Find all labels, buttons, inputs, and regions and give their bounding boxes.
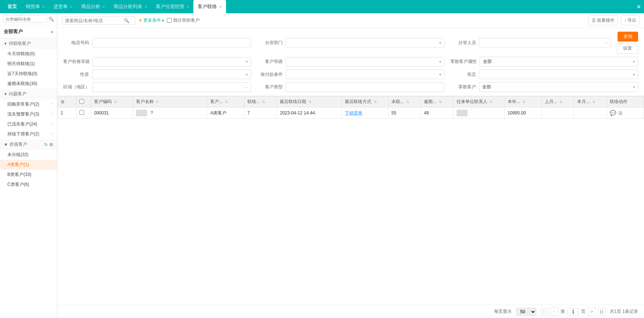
sidebar-item-tomorrow[interactable]: 明天待联络(1)	[0, 59, 57, 69]
help-icon-churn-warning: ?	[51, 112, 53, 116]
sort-name-icon[interactable]: ⇅	[156, 100, 159, 104]
filter-region-input[interactable]: ···	[93, 82, 251, 92]
pending-contact-title[interactable]: ▼ 待联络客户	[0, 38, 57, 49]
page-size-select[interactable]: 50 10 20 100	[516, 308, 536, 316]
filter-retail-attr: 零散客户属性 全部 ▾	[450, 57, 638, 67]
col-header-checkbox	[76, 96, 91, 107]
sort-code-icon[interactable]: ⇅	[114, 100, 117, 104]
last-way-link[interactable]: 下销货单	[345, 110, 362, 116]
sidebar-item-repurchase-abnormal[interactable]: 回购异常客户(2) ?	[0, 99, 57, 109]
sort-type-icon[interactable]: ⇅	[225, 100, 228, 104]
value-customer-title[interactable]: ▼ 价值客户 ↻ ⚙	[0, 139, 57, 150]
toolbar-search-icon[interactable]: 🔍	[124, 18, 129, 23]
sidebar-collapse-icon[interactable]: «	[50, 29, 53, 35]
toolbar-search-input[interactable]	[65, 18, 124, 23]
window-close-button[interactable]: ✕	[636, 3, 641, 10]
tab-goods-analysis-list[interactable]: 商品分析列表 ×	[109, 0, 151, 13]
page-label-suffix: 页	[581, 308, 586, 315]
table-settings-icon[interactable]: ⚙	[61, 99, 65, 105]
first-page-btn[interactable]: ⟨⟨	[541, 308, 548, 315]
sidebar-item-a-class[interactable]: A类客户(1)	[0, 160, 57, 170]
filter-payment-select[interactable]: ▾	[286, 70, 445, 79]
row-contact-icon[interactable]: 💬	[610, 110, 616, 116]
close-goods-list-tab[interactable]: ×	[144, 4, 147, 9]
sort-last-date-icon[interactable]: ⇅	[309, 100, 312, 104]
value-settings-icon[interactable]: ⚙	[49, 142, 53, 147]
my-customer-checkbox[interactable]	[167, 18, 172, 23]
sort-year-icon[interactable]: ⇅	[522, 100, 525, 104]
current-page-input[interactable]	[567, 308, 579, 315]
sidebar-item-churned[interactable]: 已流失客户(24) ?	[0, 119, 57, 129]
toolbar-search-box: 🔍	[62, 17, 135, 25]
sort-last-way-icon[interactable]: ⇅	[374, 100, 377, 104]
filter-phone-input[interactable]	[92, 38, 251, 47]
problem-customer-title[interactable]: ▼ 问题客户	[0, 89, 57, 99]
filter-region-label: 区域（地区）	[63, 84, 90, 90]
sidebar-item-ungrouped[interactable]: 未分组(32)	[0, 150, 57, 160]
filter-more-btn[interactable]: ▼ 更多条件 ▾	[138, 17, 164, 24]
sort-thismonth-icon[interactable]: ⇅	[592, 100, 595, 104]
filter-customer-grade-select[interactable]: ▾	[286, 57, 445, 67]
filter-retail-customer-label: 零散客户	[450, 84, 476, 90]
sort-history-icon[interactable]: ⇅	[490, 100, 493, 104]
sort-overdue-icon[interactable]: ⇅	[439, 100, 442, 104]
toolbar-right-area: ☰ 批量操作 ↑ 导出	[588, 15, 640, 25]
filter-dept-select[interactable]: ▾	[286, 38, 445, 47]
filter-manager-dots: ···	[604, 40, 608, 45]
sort-lastmonth-icon[interactable]: ⇅	[559, 100, 562, 104]
tab-purchase[interactable]: 进货单 ×	[49, 0, 76, 13]
sort-unlinkd-icon[interactable]: ⇅	[406, 100, 409, 104]
row-more-icon[interactable]: ⊞	[618, 110, 623, 116]
table-footer: 每页显示 50 10 20 100 ⟨⟨ ＜ 第 页 ＞ ⟩⟩ 共1页 1条记录	[57, 305, 644, 318]
cell-type: A类客户	[207, 107, 244, 119]
tab-goods-analysis[interactable]: 商品分析 ×	[77, 0, 109, 13]
close-customer-contact-tab[interactable]: ×	[219, 4, 221, 9]
cell-overdue: 48	[421, 107, 453, 119]
row-checkbox[interactable]	[79, 110, 84, 115]
prev-page-btn[interactable]: ＜	[550, 307, 558, 316]
tab-customer-layer[interactable]: 客户分层经营 ×	[151, 0, 193, 13]
sidebar-search-input[interactable]	[3, 15, 47, 23]
filter-nature-select[interactable]: ▾	[92, 70, 251, 79]
sidebar-item-b-class[interactable]: B类客户(33)	[0, 170, 57, 180]
export-btn[interactable]: ↑ 导出	[621, 15, 640, 25]
next-page-btn[interactable]: ＞	[588, 307, 596, 316]
tab-sales[interactable]: 销货单 ×	[21, 0, 49, 13]
select-all-checkbox[interactable]	[79, 99, 84, 104]
filter-panel: 电话号码 分管部门 ▾ 分管人员 ··· 查询 设置	[57, 28, 644, 96]
my-customer-filter: 我分管的客户	[167, 17, 200, 24]
close-goods-analysis-tab[interactable]: ×	[103, 4, 105, 9]
sidebar-item-c-class[interactable]: C类客户(6)	[0, 180, 57, 190]
close-sales-tab[interactable]: ×	[42, 4, 44, 9]
cell-code: 000031	[91, 107, 133, 119]
filter-retail-attr-select[interactable]: 全部 ▾	[480, 57, 638, 67]
filter-customer-type-input[interactable]	[286, 82, 445, 92]
filter-manager-input[interactable]: ···	[479, 38, 611, 47]
last-page-btn[interactable]: ⟩⟩	[598, 308, 605, 315]
query-button[interactable]: 查询	[618, 32, 638, 42]
sidebar-item-churn-warning[interactable]: 流失预警客户(3) ?	[0, 109, 57, 119]
value-refresh-icon[interactable]: ↻	[44, 142, 48, 147]
batch-operation-btn[interactable]: ☰ 批量操作	[588, 15, 618, 25]
filter-manager-label: 分管人员	[450, 40, 476, 46]
cell-checkbox	[76, 107, 91, 119]
filter-status-select[interactable]: ▾	[479, 70, 638, 79]
filter-region-dots: ···	[244, 85, 248, 90]
close-purchase-tab[interactable]: ×	[70, 4, 72, 9]
settings-button[interactable]: 设置	[617, 43, 638, 54]
table-row: 1 000031 ？ A类客户	[58, 107, 644, 119]
sidebar-item-7days[interactable]: 近7天待联络(0)	[0, 69, 57, 79]
filter-manager-area: 分管人员 ··· 查询 设置	[450, 32, 638, 54]
sidebar-item-overdue[interactable]: 逾期未联络(30)	[0, 79, 57, 89]
tab-home[interactable]: 首页	[3, 0, 21, 13]
col-header-settings[interactable]: ⚙	[58, 96, 76, 107]
tab-customer-contact[interactable]: 客户联络 ×	[193, 0, 226, 13]
close-customer-layer-tab[interactable]: ×	[187, 4, 189, 9]
sidebar-search-icon[interactable]: 🔍	[49, 17, 54, 22]
filter-price-grade-select[interactable]: ▾	[93, 57, 251, 67]
sidebar-item-declining[interactable]: 持续下滑客户(2) ?	[0, 129, 57, 139]
sidebar-item-today[interactable]: 今天待联络(0)	[0, 49, 57, 59]
sidebar: 🔍 全部客户 « ▼ 待联络客户 今天待联络(0) 明天待联络(1) 近7天待联…	[0, 13, 57, 318]
filter-retail-customer-select[interactable]: 全部 ▾	[479, 82, 638, 92]
sort-contact-icon[interactable]: ⇅	[262, 100, 265, 104]
